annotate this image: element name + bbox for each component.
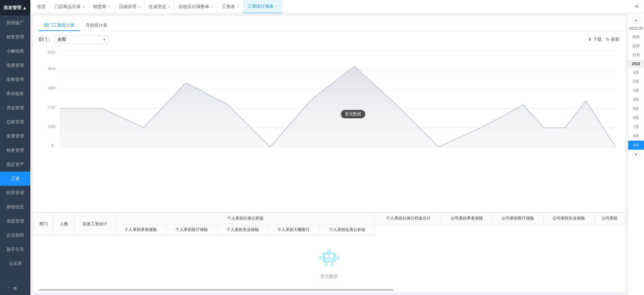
col-pension: 个人承担养老保险 <box>115 224 166 236</box>
svg-rect-18 <box>337 256 339 260</box>
download-icon: ⬇ <box>588 37 592 42</box>
date-item-oct[interactable]: 10月 <box>628 32 644 41</box>
sidebar-item-电商管理[interactable]: 电商管理 <box>0 58 30 72</box>
date-item-jun[interactable]: 6月 <box>628 113 644 122</box>
sidebar-item-工资[interactable]: 工资 <box>0 172 30 186</box>
chart-area: 0 100 200 300 400 500 <box>33 48 625 212</box>
sub-tab-部门工资统计表[interactable]: 部门工资统计表 <box>38 20 80 31</box>
date-nav-down[interactable]: ▼ <box>632 150 640 158</box>
tab-门店商品目录[interactable]: 门店商品目录× <box>50 0 89 13</box>
close-all-tabs[interactable]: × <box>632 3 641 10</box>
date-item-feb[interactable]: 2月 <box>628 77 644 86</box>
date-item-2022-09[interactable]: 2022.09 <box>628 24 644 32</box>
tab-close-icon[interactable]: × <box>211 5 213 8</box>
svg-rect-15 <box>326 259 332 261</box>
col-personal-total: 个人承担社保公积金合计 <box>375 213 441 224</box>
date-item-aug[interactable]: 8月 <box>628 131 644 141</box>
no-data-text: 暂无数据 <box>320 273 338 279</box>
content: 部门工资统计表月份统计表 部门： 全部 ⬇ 下载 <box>30 13 644 295</box>
date-nav-up[interactable]: ▲ <box>632 16 640 24</box>
sidebar-item-营销推广[interactable]: 营销推广 <box>0 16 30 30</box>
tab-close-icon[interactable]: × <box>168 5 170 8</box>
stats-table: 部门 人数 应发工资合计 个人承担社保公积金 个人承担社保公积金合计 公司承担养… <box>33 212 625 236</box>
sidebar-item-发票管理[interactable]: 发票管理 <box>0 129 30 143</box>
svg-rect-12 <box>322 252 336 262</box>
col-medical: 个人承担医疗保险 <box>166 224 217 236</box>
tab-工资统计报表[interactable]: 工资统计报表× <box>243 0 282 13</box>
sidebar-item-经营管理[interactable]: 经营管理 <box>0 186 30 200</box>
refresh-button[interactable]: ↻ 刷新 <box>606 36 620 42</box>
svg-rect-17 <box>319 256 322 260</box>
tab-close-icon[interactable]: × <box>83 5 85 8</box>
date-item-jul[interactable]: 7月 <box>628 122 644 131</box>
sub-tabs: 部门工资统计表月份统计表 <box>33 16 625 31</box>
date-item-mar[interactable]: 3月 <box>628 86 644 95</box>
sidebar-item-小畅电商[interactable]: 小畅电商 <box>0 44 30 58</box>
sidebar-item-销售管理[interactable]: 销售管理 <box>0 30 30 44</box>
tab-close-icon[interactable]: × <box>138 5 140 8</box>
tab-close-icon[interactable]: × <box>237 5 239 8</box>
col-salary: 应发工资合计 <box>75 213 115 236</box>
svg-rect-20 <box>331 262 333 266</box>
date-item-may[interactable]: 5月 <box>628 104 644 113</box>
col-company-pension: 公司承担养老保险 <box>441 213 492 224</box>
date-item-apr[interactable]: 4月 <box>628 95 644 104</box>
sidebar-item-资金管理[interactable]: 资金管理 <box>0 101 30 115</box>
svg-text:500: 500 <box>48 50 55 54</box>
sidebar-title: 批发管理 <box>4 5 21 11</box>
dept-label: 部门： <box>38 36 52 42</box>
col-extra-medical: 个人承担大额医疗 <box>268 224 319 236</box>
svg-text:0: 0 <box>51 144 54 148</box>
svg-rect-14 <box>330 255 333 258</box>
tab-生成凭证[interactable]: 生成凭证× <box>145 0 175 13</box>
tab-close-icon[interactable]: × <box>276 4 278 8</box>
toolbar-left: 部门： 全部 <box>38 35 108 43</box>
tab-店铺管理[interactable]: 店铺管理× <box>115 0 145 13</box>
toolbar: 部门： 全部 ⬇ 下载 ↻ 刷新 <box>33 31 625 48</box>
sidebar-settings[interactable]: ⚙ <box>0 282 30 295</box>
date-item-nov[interactable]: 11月 <box>628 41 644 51</box>
date-year-2022: 2022 <box>628 60 644 68</box>
sidebar-item-总账管理[interactable]: 总账管理 <box>0 115 30 129</box>
col-dept: 部门 <box>33 213 54 236</box>
dept-select[interactable]: 全部 <box>54 35 108 43</box>
no-data-robot-icon <box>316 244 343 271</box>
sidebar-item-云应用[interactable]: 云应用 <box>0 257 30 271</box>
tab-应收应付调整单[interactable]: 应收应付调整单× <box>175 0 218 13</box>
close-icon: × <box>635 3 639 10</box>
sidebar: 批发管理 ▲ 营销推广销售管理小畅电商电商管理采购管理库存核算资金管理总账管理发… <box>0 0 30 295</box>
sidebar-item-企业协同[interactable]: 企业协同 <box>0 228 30 242</box>
sub-tab-月份统计表[interactable]: 月份统计表 <box>80 20 113 31</box>
dept-select-wrapper: 全部 <box>54 35 108 43</box>
sidebar-item-固定资产[interactable]: 固定资产 <box>0 157 30 172</box>
tab-工资表[interactable]: 工资表× <box>218 0 243 13</box>
date-item-sep[interactable]: 9月 <box>628 141 644 150</box>
page-content: 部门工资统计表月份统计表 部门： 全部 ⬇ 下载 <box>33 16 625 292</box>
tab-首页[interactable]: 首页 <box>33 0 50 13</box>
col-company-other: 公司承担 <box>594 213 625 224</box>
tab-close-icon[interactable]: × <box>108 5 110 8</box>
svg-rect-16 <box>327 250 331 253</box>
table-wrapper: 部门 人数 应发工资合计 个人承担社保公积金 个人承担社保公积金合计 公司承担养… <box>33 212 625 292</box>
download-button[interactable]: ⬇ 下载 <box>588 36 602 42</box>
download-label: 下载 <box>593 36 602 42</box>
sidebar-item-新手引导[interactable]: 新手引导 <box>0 242 30 257</box>
col-count: 人数 <box>54 213 75 236</box>
chevron-up-icon: ▲ <box>23 5 27 10</box>
date-item-jan[interactable]: 1月 <box>628 68 644 77</box>
tab-销货单[interactable]: 销货单× <box>89 0 115 13</box>
sidebar-item-库存核算[interactable]: 库存核算 <box>0 87 30 101</box>
svg-text:200: 200 <box>48 105 55 109</box>
gear-icon: ⚙ <box>13 286 17 291</box>
svg-text:100: 100 <box>48 124 55 128</box>
sidebar-item-基础信息[interactable]: 基础信息 <box>0 200 30 214</box>
horizontal-scrollbar[interactable] <box>38 289 394 291</box>
date-item-dec[interactable]: 12月 <box>628 51 644 60</box>
sidebar-item-税务管理[interactable]: 税务管理 <box>0 143 30 157</box>
refresh-icon: ↻ <box>606 37 610 42</box>
toolbar-right: ⬇ 下载 ↻ 刷新 <box>588 36 620 42</box>
col-company-medical: 公司承担医疗保险 <box>492 213 543 224</box>
sidebar-header[interactable]: 批发管理 ▲ <box>0 0 30 16</box>
sidebar-item-系统管理[interactable]: 系统管理 <box>0 214 30 228</box>
sidebar-item-采购管理[interactable]: 采购管理 <box>0 72 30 87</box>
